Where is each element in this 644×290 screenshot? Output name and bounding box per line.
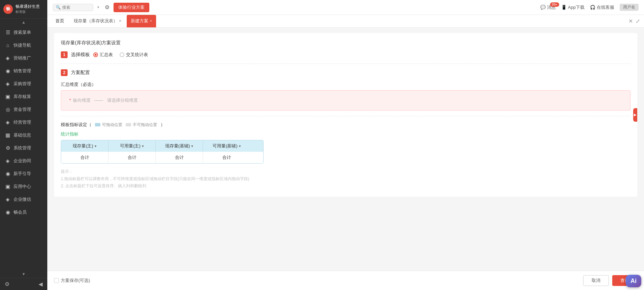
stats-col-header-1[interactable]: 可用量(主) ▾ xyxy=(108,140,156,152)
sidebar-item-inventory-label: 库存核算 xyxy=(14,94,31,100)
search-menu-icon: ☰ xyxy=(5,29,11,35)
template-radio-group: 汇总表 交叉统计表 xyxy=(93,52,148,58)
topbar-gear-icon[interactable]: ⚙ xyxy=(105,4,109,10)
vertical-dimension-label: 纵向维度 xyxy=(73,98,91,103)
sidebar-scroll-up[interactable]: ▲ xyxy=(0,19,47,26)
sidebar-item-sales[interactable]: ◉ 销售管理 xyxy=(0,65,47,77)
sidebar-item-management[interactable]: ◈ 经营管理 xyxy=(0,116,47,129)
stats-table: 现存量(主) ▾ 可用量(主) ▾ 现存量(基辅) ▾ 可用量(基辅) xyxy=(61,140,264,164)
save-option[interactable]: 方案保存(可选) xyxy=(54,277,90,284)
message-icon: 💬 xyxy=(540,5,546,10)
page-footer: 方案保存(可选) 取消 查询 xyxy=(47,271,644,290)
sidebar-item-member[interactable]: ◉ 畅会员 xyxy=(0,206,47,219)
step2-label: 方案配置 xyxy=(71,70,90,76)
stats-col-header-2[interactable]: 现存量(基辅) ▾ xyxy=(156,140,203,152)
stats-col-chevron-0[interactable]: ▾ xyxy=(95,144,97,148)
sidebar-item-newbie-label: 新手引导 xyxy=(14,171,31,177)
tab-new-scheme[interactable]: 新建方案 × xyxy=(127,15,156,27)
sidebar-item-app-center-label: 应用中心 xyxy=(14,184,31,190)
tab-new-close[interactable]: × xyxy=(150,19,152,23)
sidebar-item-quicknav[interactable]: ⌂ 快捷导航 xyxy=(0,39,47,52)
step1-divider xyxy=(61,64,630,64)
app-center-icon: ▣ xyxy=(5,184,11,190)
main-area: 🔍 ▾ ⚙ 体验行业方案 💬 消息 99+ 📱 App下载 🎧 在线客服 用户名 xyxy=(47,0,644,290)
app-download-button[interactable]: 📱 App下载 xyxy=(561,4,585,10)
cooperation-icon: ◈ xyxy=(5,158,11,164)
tab-inventory-label: 现存量（库存状况表） xyxy=(74,18,118,24)
member-icon: ◉ xyxy=(5,209,11,215)
tab-home-label: 首页 xyxy=(55,18,64,24)
drag-legend-box xyxy=(95,123,100,126)
sidebar-item-marketing[interactable]: ◈ 营销推广 xyxy=(0,52,47,65)
experience-button[interactable]: 体验行业方案 xyxy=(114,3,149,12)
sidebar-item-search[interactable]: ☰ 搜索菜单 xyxy=(0,26,47,39)
inventory-icon: ▣ xyxy=(5,94,11,100)
nodrag-legend-box xyxy=(126,123,131,126)
service-button[interactable]: 🎧 在线客服 xyxy=(590,4,614,10)
tab-inventory[interactable]: 现存量（库存状况表） × xyxy=(70,15,125,27)
vertical-dimension-placeholder[interactable]: 请选择分组维度 xyxy=(107,98,138,103)
stats-col-chevron-2[interactable]: ▾ xyxy=(191,144,193,148)
app-name: 畅康通好生意 xyxy=(16,4,40,9)
topbar-search-box[interactable]: 🔍 xyxy=(53,4,93,11)
user-avatar[interactable]: 用户名 xyxy=(620,4,639,11)
sidebar-item-purchase[interactable]: ◈ 采购管理 xyxy=(0,77,47,90)
tab-inventory-close[interactable]: × xyxy=(119,19,121,23)
sidebar-item-weixin[interactable]: ◈ 企业微信 xyxy=(0,193,47,206)
search-icon: 🔍 xyxy=(56,5,61,10)
radio-cross-dot xyxy=(120,52,124,57)
indicators-label-row: 模板指标设定（ 可拖动位置 不可拖动位置 ） xyxy=(61,122,630,128)
stats-col-header-3[interactable]: 可用量(基辅) ▾ xyxy=(203,140,250,152)
sidebar-item-purchase-label: 采购管理 xyxy=(14,81,31,87)
sidebar-item-finance[interactable]: ◎ 资金管理 xyxy=(0,103,47,116)
collapse-icon[interactable]: ◀ xyxy=(39,281,43,287)
message-button[interactable]: 💬 消息 99+ xyxy=(540,4,556,10)
newbie-icon: ◉ xyxy=(5,171,11,177)
scroll-right-indicator[interactable]: ▶ xyxy=(633,108,637,122)
radio-summary-table[interactable]: 汇总表 xyxy=(93,52,113,58)
stats-section: 统计指标 现存量(主) ▾ 可用量(主) ▾ 现存量(基辅) xyxy=(61,131,630,165)
tab-expand-icon[interactable]: ⤢ xyxy=(636,18,640,24)
search-input[interactable] xyxy=(62,5,89,10)
sidebar: 畅 畅康通好生意 标准版 ▲ ☰ 搜索菜单 ⌂ 快捷导航 ◈ 营销推广 ◉ 销售… xyxy=(0,0,47,290)
app-version: 标准版 xyxy=(16,9,40,14)
stats-col-chevron-1[interactable]: ▾ xyxy=(142,144,144,148)
stats-body-0: 合计 xyxy=(61,152,108,163)
stats-body-3: 合计 xyxy=(203,152,250,163)
stats-col-header-0[interactable]: 现存量(主) ▾ xyxy=(61,140,108,152)
sidebar-item-system[interactable]: ⚙ 系统管理 xyxy=(0,142,47,154)
home-icon: ⌂ xyxy=(5,42,11,48)
tab-bar: 首页 现存量（库存状况表） × 新建方案 × ✕ ⤢ xyxy=(47,15,644,28)
tab-home[interactable]: 首页 xyxy=(51,15,68,27)
finance-icon: ◎ xyxy=(5,106,11,113)
sidebar-item-weixin-label: 企业微信 xyxy=(14,196,31,202)
topbar-chevron-icon[interactable]: ▾ xyxy=(97,5,99,9)
sidebar-item-basic-info[interactable]: ▦ 基础信息 xyxy=(0,129,47,142)
sidebar-item-sales-label: 销售管理 xyxy=(14,68,31,74)
app-download-label: App下载 xyxy=(568,4,585,10)
required-star: * xyxy=(69,98,71,103)
save-checkbox[interactable] xyxy=(54,278,59,283)
sidebar-item-app-center[interactable]: ▣ 应用中心 xyxy=(0,180,47,193)
topbar: 🔍 ▾ ⚙ 体验行业方案 💬 消息 99+ 📱 App下载 🎧 在线客服 用户名 xyxy=(47,0,644,15)
step1-label: 选择模板 xyxy=(71,52,90,58)
dimension-dash: —— xyxy=(94,98,103,103)
tab-close-icon[interactable]: ✕ xyxy=(628,18,633,24)
cancel-button[interactable]: 取消 xyxy=(583,275,609,286)
sidebar-item-cooperation[interactable]: ◈ 企业协同 xyxy=(0,154,47,167)
sidebar-item-inventory[interactable]: ▣ 库存核算 xyxy=(0,90,47,103)
topbar-right: 💬 消息 99+ 📱 App下载 🎧 在线客服 用户名 xyxy=(540,4,639,11)
stats-body-1: 合计 xyxy=(108,152,156,163)
purchase-icon: ◈ xyxy=(5,81,11,87)
stats-title: 统计指标 xyxy=(61,131,630,137)
ai-float-button[interactable]: Ai xyxy=(626,275,641,287)
settings-icon[interactable]: ⚙ xyxy=(5,281,9,287)
sidebar-scroll-down[interactable]: ▼ xyxy=(0,270,47,278)
app-logo: 畅 畅康通好生意 标准版 xyxy=(0,0,47,19)
drag-legend: 可拖动位置 xyxy=(95,122,122,128)
sidebar-item-cooperation-label: 企业协同 xyxy=(14,158,31,164)
stats-col-chevron-3[interactable]: ▾ xyxy=(239,144,241,148)
radio-cross-table[interactable]: 交叉统计表 xyxy=(120,52,148,58)
sidebar-item-newbie[interactable]: ◉ 新手引导 xyxy=(0,167,47,180)
sidebar-item-search-label: 搜索菜单 xyxy=(14,29,31,35)
